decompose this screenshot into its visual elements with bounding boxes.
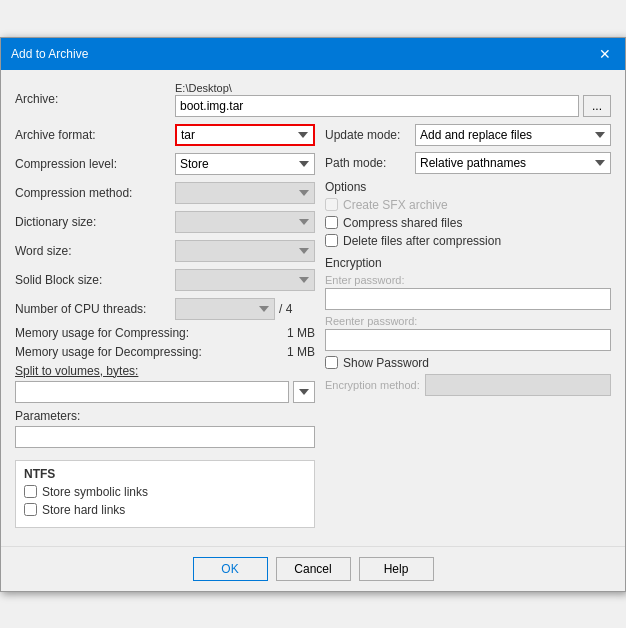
delete-after-row: Delete files after compression xyxy=(325,234,611,248)
right-column: Update mode: Add and replace files Path … xyxy=(325,124,611,528)
dialog-content: Archive: E:\Desktop\ ... Archive format:… xyxy=(1,70,625,538)
format-row: Archive format: tar xyxy=(15,124,315,146)
footer: OK Cancel Help xyxy=(1,546,625,591)
split-label: Split to volumes, bytes: xyxy=(15,364,315,378)
dictionary-size-row: Dictionary size: xyxy=(15,211,315,233)
format-select[interactable]: tar xyxy=(175,124,315,146)
close-button[interactable]: ✕ xyxy=(595,44,615,64)
archive-input-wrap: E:\Desktop\ xyxy=(175,82,579,117)
split-input[interactable] xyxy=(15,381,289,403)
word-size-label: Word size: xyxy=(15,244,175,258)
store-hard-links-row: Store hard links xyxy=(24,503,306,517)
encryption-title: Encryption xyxy=(325,256,611,270)
split-input-row xyxy=(15,381,315,403)
enc-method-label: Encryption method: xyxy=(325,379,420,391)
mem-decompressing-row: Memory usage for Decompressing: 1 MB xyxy=(15,345,315,359)
store-hard-links-label: Store hard links xyxy=(42,503,125,517)
cancel-button[interactable]: Cancel xyxy=(276,557,351,581)
create-sfx-checkbox[interactable] xyxy=(325,198,338,211)
browse-button[interactable]: ... xyxy=(583,95,611,117)
compression-level-row: Compression level: Store xyxy=(15,153,315,175)
options-group: Options Create SFX archive Compress shar… xyxy=(325,180,611,248)
format-label: Archive format: xyxy=(15,128,175,142)
word-size-select[interactable] xyxy=(175,240,315,262)
solid-block-size-row: Solid Block size: xyxy=(15,269,315,291)
mem-decompressing-label: Memory usage for Decompressing: xyxy=(15,345,202,359)
cpu-of: / 4 xyxy=(279,302,292,316)
compression-level-label: Compression level: xyxy=(15,157,175,171)
word-size-row: Word size: xyxy=(15,240,315,262)
update-mode-row: Update mode: Add and replace files xyxy=(325,124,611,146)
enter-password-input[interactable] xyxy=(325,288,611,310)
parameters-section: Parameters: xyxy=(15,409,315,454)
parameters-label: Parameters: xyxy=(15,409,315,423)
mem-decompressing-value: 1 MB xyxy=(287,345,315,359)
title-bar: Add to Archive ✕ xyxy=(1,38,625,70)
encryption-group: Encryption Enter password: Reenter passw… xyxy=(325,256,611,396)
store-symbolic-links-label: Store symbolic links xyxy=(42,485,148,499)
compression-method-label: Compression method: xyxy=(15,186,175,200)
archive-row: Archive: E:\Desktop\ ... xyxy=(15,82,611,117)
split-dropdown[interactable] xyxy=(293,381,315,403)
store-symbolic-links-checkbox[interactable] xyxy=(24,485,37,498)
help-button[interactable]: Help xyxy=(359,557,434,581)
mem-compressing-label: Memory usage for Compressing: xyxy=(15,326,189,340)
archive-input[interactable] xyxy=(175,95,579,117)
main-columns: Archive format: tar Compression level: S… xyxy=(15,124,611,528)
solid-block-size-label: Solid Block size: xyxy=(15,273,175,287)
cpu-threads-row: Number of CPU threads: / 4 xyxy=(15,298,315,320)
path-mode-label: Path mode: xyxy=(325,156,415,170)
solid-block-size-select[interactable] xyxy=(175,269,315,291)
create-sfx-label: Create SFX archive xyxy=(343,198,448,212)
update-mode-select[interactable]: Add and replace files xyxy=(415,124,611,146)
options-title: Options xyxy=(325,180,611,194)
ok-button[interactable]: OK xyxy=(193,557,268,581)
mem-compressing-row: Memory usage for Compressing: 1 MB xyxy=(15,326,315,340)
add-to-archive-dialog: Add to Archive ✕ Archive: E:\Desktop\ ..… xyxy=(0,37,626,592)
path-mode-row: Path mode: Relative pathnames xyxy=(325,152,611,174)
show-password-row: Show Password xyxy=(325,356,611,370)
reenter-password-label: Reenter password: xyxy=(325,315,611,327)
dialog-title: Add to Archive xyxy=(11,47,88,61)
compression-level-select[interactable]: Store xyxy=(175,153,315,175)
delete-after-label: Delete files after compression xyxy=(343,234,501,248)
delete-after-checkbox[interactable] xyxy=(325,234,338,247)
show-password-checkbox[interactable] xyxy=(325,356,338,369)
show-password-label: Show Password xyxy=(343,356,429,370)
archive-label: Archive: xyxy=(15,92,175,106)
compress-shared-label: Compress shared files xyxy=(343,216,462,230)
cpu-threads-select[interactable] xyxy=(175,298,275,320)
path-mode-select[interactable]: Relative pathnames xyxy=(415,152,611,174)
archive-path-container: E:\Desktop\ ... xyxy=(175,82,611,117)
compress-shared-row: Compress shared files xyxy=(325,216,611,230)
mem-compressing-value: 1 MB xyxy=(287,326,315,340)
compress-shared-checkbox[interactable] xyxy=(325,216,338,229)
store-hard-links-checkbox[interactable] xyxy=(24,503,37,516)
ntfs-title: NTFS xyxy=(24,467,306,481)
parameters-input[interactable] xyxy=(15,426,315,448)
dictionary-size-select[interactable] xyxy=(175,211,315,233)
enc-method-row: Encryption method: xyxy=(325,374,611,396)
left-column: Archive format: tar Compression level: S… xyxy=(15,124,315,528)
compression-method-select[interactable] xyxy=(175,182,315,204)
update-mode-label: Update mode: xyxy=(325,128,415,142)
store-symbolic-links-row: Store symbolic links xyxy=(24,485,306,499)
ntfs-box: NTFS Store symbolic links Store hard lin… xyxy=(15,460,315,528)
path-hint: E:\Desktop\ xyxy=(175,82,579,94)
compression-method-row: Compression method: xyxy=(15,182,315,204)
enter-password-label: Enter password: xyxy=(325,274,611,286)
split-section: Split to volumes, bytes: xyxy=(15,364,315,403)
dictionary-size-label: Dictionary size: xyxy=(15,215,175,229)
create-sfx-row: Create SFX archive xyxy=(325,198,611,212)
enc-method-select[interactable] xyxy=(425,374,611,396)
cpu-threads-label: Number of CPU threads: xyxy=(15,302,175,316)
reenter-password-input[interactable] xyxy=(325,329,611,351)
